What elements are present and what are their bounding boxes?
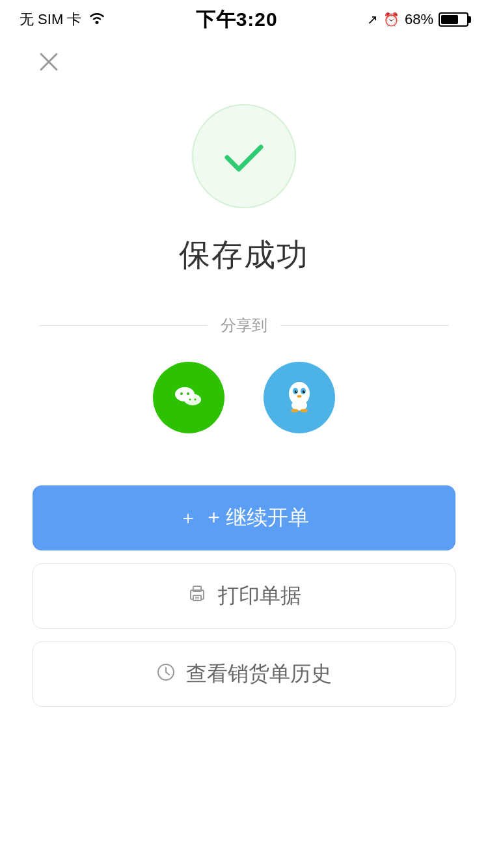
status-time: 下午3:20	[196, 7, 278, 33]
print-icon	[187, 584, 208, 609]
status-carrier: 无 SIM 卡	[20, 10, 106, 29]
share-wechat-button[interactable]	[153, 362, 224, 433]
svg-point-16	[296, 390, 297, 392]
share-qq-button[interactable]	[264, 362, 335, 433]
divider-left	[39, 325, 208, 326]
svg-point-8	[189, 399, 191, 401]
print-button[interactable]: 打印单据	[33, 563, 455, 629]
wifi-icon	[88, 10, 106, 29]
status-indicators: ↗ ⏰ 68%	[367, 11, 468, 28]
divider-right	[280, 325, 449, 326]
qq-icon	[278, 377, 320, 418]
svg-point-17	[304, 390, 305, 392]
history-label: 查看销货单历史	[186, 660, 332, 688]
continue-label: + 继续开单	[208, 504, 309, 532]
alarm-icon: ⏰	[383, 12, 400, 27]
carrier-text: 无 SIM 卡	[20, 10, 81, 29]
share-icons-row	[153, 362, 335, 433]
success-title: 保存成功	[179, 234, 309, 276]
svg-rect-23	[193, 595, 201, 601]
main-content: 保存成功 分享到	[0, 39, 488, 707]
svg-point-6	[180, 392, 183, 395]
svg-point-18	[297, 395, 302, 398]
svg-point-0	[96, 21, 99, 24]
success-icon-circle	[192, 104, 296, 208]
print-label: 打印单据	[218, 582, 301, 610]
svg-line-28	[166, 672, 169, 675]
action-buttons-container: ＋ + 继续开单 打印单据	[0, 485, 488, 707]
svg-point-5	[184, 394, 201, 405]
wechat-icon	[168, 377, 210, 418]
svg-point-20	[300, 409, 308, 413]
status-bar: 无 SIM 卡 下午3:20 ↗ ⏰ 68%	[0, 0, 488, 39]
location-icon: ↗	[367, 12, 378, 27]
plus-icon: ＋	[179, 506, 197, 530]
clock-icon	[156, 662, 176, 686]
history-button[interactable]: 查看销货单历史	[33, 642, 455, 707]
share-divider: 分享到	[0, 315, 488, 336]
continue-button[interactable]: ＋ + 继续开单	[33, 485, 455, 550]
svg-point-9	[195, 399, 197, 401]
close-button[interactable]	[33, 46, 65, 78]
battery-text: 68%	[405, 11, 433, 28]
svg-point-19	[291, 409, 299, 413]
share-label: 分享到	[208, 315, 280, 336]
battery-indicator	[439, 12, 468, 27]
svg-point-7	[187, 392, 189, 395]
check-icon	[218, 130, 270, 182]
